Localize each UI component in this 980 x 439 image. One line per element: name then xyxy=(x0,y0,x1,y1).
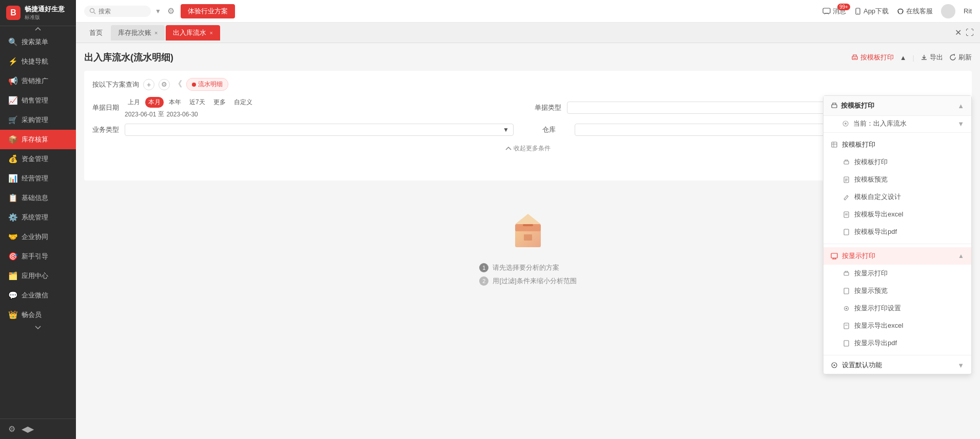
sidebar-item-label-purchase: 采购管理 xyxy=(22,115,48,125)
tab-home[interactable]: 首页 xyxy=(82,25,110,41)
search-input[interactable] xyxy=(99,8,145,15)
sidebar-item-search[interactable]: 🔍搜索菜单 xyxy=(0,32,76,52)
dp-display-header[interactable]: 按显示打印 ▲ xyxy=(824,247,971,265)
tab-expand-btn[interactable]: ⛶ xyxy=(966,28,974,37)
svg-rect-21 xyxy=(844,161,849,164)
filter-add-btn[interactable]: + xyxy=(143,79,154,90)
phone-icon xyxy=(854,8,861,15)
industry-btn[interactable]: 体验行业方案 xyxy=(181,4,235,18)
search-bar[interactable] xyxy=(84,6,151,17)
messages-btn[interactable]: 消息 99+ xyxy=(822,7,846,16)
tab-flow[interactable]: 出入库流水 × xyxy=(166,25,220,41)
logo-text: 畅捷通好生意 标准版 xyxy=(25,5,65,21)
step-1-num: 1 xyxy=(479,263,488,272)
chevron-up-icon xyxy=(505,147,512,151)
topbar-dropdown[interactable]: ▼ xyxy=(155,8,161,15)
online-service-label: 在线客服 xyxy=(906,7,933,16)
dp-template-header[interactable]: 按模板打印 xyxy=(824,136,971,153)
empty-steps: 1 请先选择要分析的方案 2 用[过滤]条件来缩小分析范围 xyxy=(479,263,576,286)
filter-settings-btn[interactable]: ⚙ xyxy=(159,79,170,90)
dp-current-arrow[interactable]: ▼ xyxy=(957,120,964,128)
action-arrow-up[interactable]: ▲ xyxy=(900,54,907,62)
biz-type-select[interactable]: ▼ xyxy=(125,124,514,136)
tab-flow-close[interactable]: × xyxy=(209,30,212,36)
topbar-settings-icon[interactable]: ⚙ xyxy=(167,6,174,16)
sidebar-item-operation[interactable]: 📊经营管理 xyxy=(0,169,76,188)
sidebar-item-sales[interactable]: 📈销售管理 xyxy=(0,91,76,110)
sidebar-item-system[interactable]: ⚙️系统管理 xyxy=(0,208,76,227)
sidebar-item-finance[interactable]: 💰资金管理 xyxy=(0,149,76,169)
export-btn[interactable]: 导出 xyxy=(920,53,943,62)
dp-item-display-preview[interactable]: 按显示预览 xyxy=(824,282,971,300)
dp-title: 按模板打印 xyxy=(831,101,874,110)
doc-type-label: 单据类型 xyxy=(535,103,563,112)
date-options-group: 上月 本月 本年 近7天 更多 自定义 2023-06-01 至 2023-06… xyxy=(125,97,256,118)
sidebar-logo: B 畅捷通好生意 标准版 xyxy=(0,0,76,26)
dp-item-display-excel[interactable]: 按显示导出excel xyxy=(824,317,971,334)
refresh-btn[interactable]: 刷新 xyxy=(949,53,972,62)
user-avatar[interactable] xyxy=(941,4,955,18)
dp-item-template-excel[interactable]: 按模板导出excel xyxy=(824,206,971,223)
sidebar-item-inventory[interactable]: 📦库存核算 xyxy=(0,130,76,149)
sidebar-item-app-center[interactable]: 🗂️应用中心 xyxy=(0,266,76,286)
sidebar-item-collab[interactable]: 🤝企业协同 xyxy=(0,227,76,247)
tab-batch-account[interactable]: 库存批次账 × xyxy=(111,25,165,41)
date-opt-7days[interactable]: 近7天 xyxy=(186,97,208,108)
content-area: 出入库流水(流水明细) 按模板打印 ▲ | 导出 刷新 xyxy=(76,43,980,439)
dp-footer-label: 设置默认功能 xyxy=(831,361,882,370)
scroll-up-btn[interactable] xyxy=(0,26,76,32)
filter-active-tag[interactable]: 流水明细 xyxy=(186,78,228,91)
dp-template-print-icon xyxy=(842,158,850,166)
settings-icon[interactable]: ⚙ xyxy=(8,424,15,434)
sidebar-nav: 🔍搜索菜单⚡快捷导航📢营销推广📈销售管理🛒采购管理📦库存核算💰资金管理📊经营管理… xyxy=(0,26,76,418)
template-print-btn[interactable]: 按模板打印 xyxy=(851,53,894,62)
dp-item-display-pdf[interactable]: 按显示导出pdf xyxy=(824,334,971,352)
dp-header-arrow[interactable]: ▲ xyxy=(957,102,964,110)
sidebar-item-quick-nav[interactable]: ⚡快捷导航 xyxy=(0,52,76,71)
dp-settings-icon xyxy=(831,362,838,369)
app-download-btn[interactable]: App下载 xyxy=(854,7,889,16)
dp-display-arrow[interactable]: ▲ xyxy=(958,252,964,260)
online-service-btn[interactable]: 在线客服 xyxy=(897,7,933,16)
sidebar-item-wechat[interactable]: 💬企业微信 xyxy=(0,286,76,305)
toggle-icon[interactable]: ◀▶ xyxy=(22,424,34,434)
date-opt-custom[interactable]: 自定义 xyxy=(231,97,256,108)
date-opt-more[interactable]: 更多 xyxy=(210,97,229,108)
date-opt-last-month[interactable]: 上月 xyxy=(125,97,143,108)
dp-display-print-label: 按显示打印 xyxy=(854,269,888,278)
dp-item-template-print[interactable]: 按模板打印 xyxy=(824,153,971,171)
date-options: 上月 本月 本年 近7天 更多 自定义 xyxy=(125,97,256,108)
sidebar-item-label-basic: 基础信息 xyxy=(22,193,48,203)
svg-rect-9 xyxy=(853,58,856,58)
tab-batch-close[interactable]: × xyxy=(154,30,158,36)
sidebar-item-icon-operation: 📊 xyxy=(8,174,17,183)
dp-item-template-pdf[interactable]: 按模板导出pdf xyxy=(824,223,971,241)
message-icon xyxy=(822,7,831,15)
sidebar-item-purchase[interactable]: 🛒采购管理 xyxy=(0,110,76,130)
sidebar-item-icon-quick-nav: ⚡ xyxy=(8,57,17,66)
dp-template-print-label: 按模板打印 xyxy=(854,157,888,167)
date-opt-this-month[interactable]: 本月 xyxy=(145,97,164,108)
sidebar-item-marketing[interactable]: 📢营销推广 xyxy=(0,71,76,91)
export-label: 导出 xyxy=(930,53,943,62)
dp-footer[interactable]: 设置默认功能 ▼ xyxy=(824,356,971,374)
dp-item-display-print[interactable]: 按显示打印 xyxy=(824,265,971,282)
filter-collapse-btn[interactable]: 《 xyxy=(174,79,182,90)
sidebar-item-guide[interactable]: 🎯新手引导 xyxy=(0,247,76,266)
sidebar-item-member[interactable]: 👑畅会员 xyxy=(0,305,76,325)
dp-footer-arrow[interactable]: ▼ xyxy=(957,362,964,369)
dp-item-display-print-settings[interactable]: 按显示打印设置 xyxy=(824,300,971,317)
sidebar-item-label-operation: 经营管理 xyxy=(22,174,48,183)
scroll-down-btn[interactable] xyxy=(0,325,76,331)
svg-marker-13 xyxy=(515,214,541,224)
dp-display-excel-icon xyxy=(842,322,850,330)
empty-icon xyxy=(505,209,551,255)
svg-rect-40 xyxy=(844,341,849,346)
sidebar-items: 🔍搜索菜单⚡快捷导航📢营销推广📈销售管理🛒采购管理📦库存核算💰资金管理📊经营管理… xyxy=(0,32,76,325)
dp-item-template-preview[interactable]: 按模板预览 xyxy=(824,171,971,188)
dp-item-template-custom[interactable]: 模板自定义设计 xyxy=(824,188,971,206)
dp-template-section: 按模板打印 按模板打印 按模板预览 模板自定义设计 按模板导出excel xyxy=(824,134,971,243)
sidebar-item-basic[interactable]: 📋基础信息 xyxy=(0,188,76,208)
tab-close-all-btn[interactable]: ✕ xyxy=(955,28,962,37)
date-opt-this-year[interactable]: 本年 xyxy=(166,97,184,108)
